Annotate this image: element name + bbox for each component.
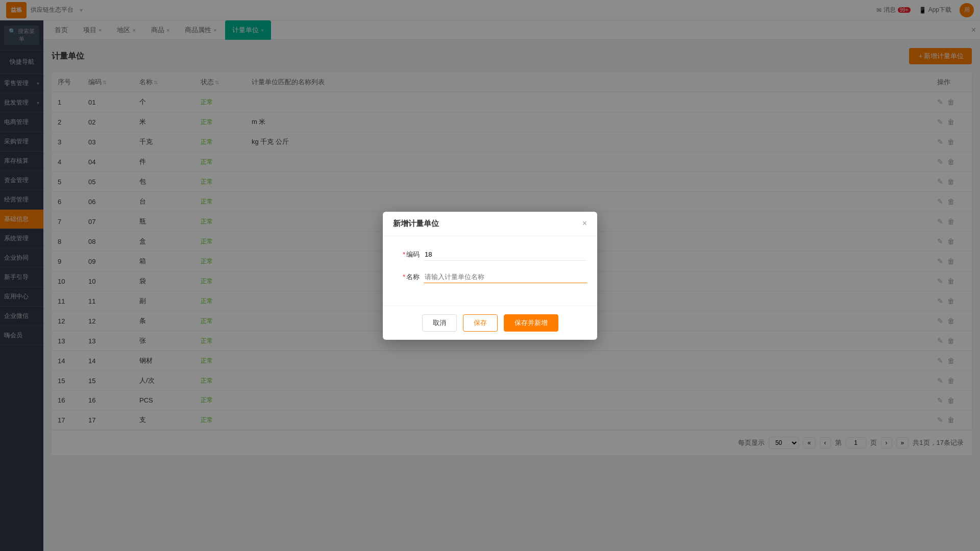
code-input[interactable] xyxy=(424,248,587,261)
modal-overlay[interactable]: 新增计量单位 × *编码 *名称 取消 保存 保存并新增 xyxy=(0,0,980,551)
form-row-name: *名称 xyxy=(393,271,587,283)
save-and-new-button[interactable]: 保存并新增 xyxy=(504,314,558,332)
modal-body: *编码 *名称 xyxy=(383,236,597,306)
name-label: *名称 xyxy=(393,272,424,282)
form-row-code: *编码 xyxy=(393,248,587,261)
modal-title: 新增计量单位 xyxy=(393,219,439,229)
name-input[interactable] xyxy=(424,271,587,283)
modal-footer: 取消 保存 保存并新增 xyxy=(383,306,597,340)
save-button[interactable]: 保存 xyxy=(463,314,498,332)
modal-close-button[interactable]: × xyxy=(582,219,587,228)
add-measure-unit-modal: 新增计量单位 × *编码 *名称 取消 保存 保存并新增 xyxy=(383,212,597,340)
code-label: *编码 xyxy=(393,250,424,259)
cancel-button[interactable]: 取消 xyxy=(422,314,457,332)
modal-header: 新增计量单位 × xyxy=(383,212,597,236)
